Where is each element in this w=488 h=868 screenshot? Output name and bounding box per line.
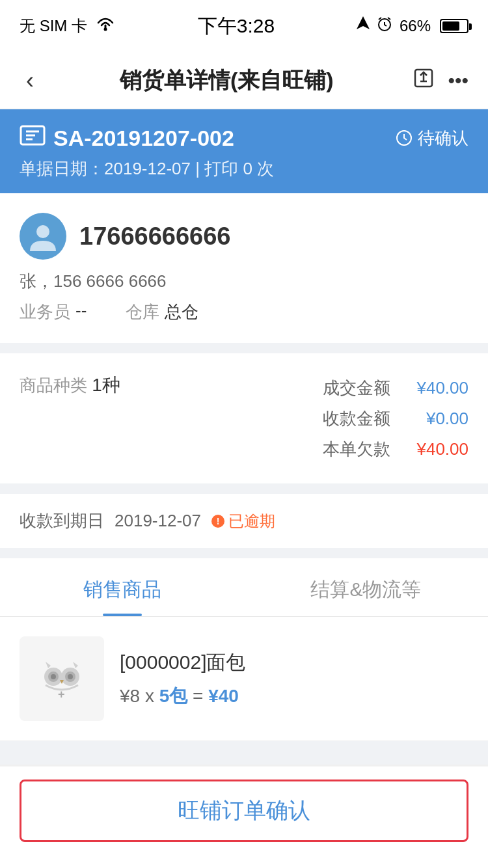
summary-right: 成交金额 ¥40.00 收款金额 ¥0.00 本单欠款 ¥40.00 bbox=[323, 373, 468, 464]
nav-bar: ‹ 销货单详情(来自旺铺) ••• bbox=[0, 52, 488, 109]
due-date-card: 收款到期日 2019-12-07 ! 已逾期 bbox=[0, 494, 488, 548]
product-quantity: 5包 bbox=[159, 686, 188, 706]
product-list: + [0000002]面包 ¥8 x 5包 = ¥40 bbox=[0, 617, 488, 741]
summary-left: 商品种类 1种 bbox=[20, 373, 120, 398]
overdue-icon: ! bbox=[211, 515, 224, 528]
share-button[interactable] bbox=[413, 67, 435, 94]
due-date-value: 2019-12-07 bbox=[115, 511, 201, 531]
wifi-icon bbox=[95, 16, 116, 36]
order-date-row: 单据日期：2019-12-07 | 打印 0 次 bbox=[20, 157, 468, 180]
page-title: 销货单详情(来自旺铺) bbox=[120, 66, 334, 96]
status-time: 下午3:28 bbox=[198, 13, 275, 40]
svg-point-0 bbox=[104, 28, 107, 31]
amount-row-2: 收款金额 ¥0.00 bbox=[323, 403, 468, 434]
table-row[interactable]: + [0000002]面包 ¥8 x 5包 = ¥40 bbox=[0, 617, 488, 741]
svg-point-10 bbox=[51, 674, 56, 679]
order-header: SA-20191207-002 待确认 单据日期：2019-12-07 | 打印… bbox=[0, 109, 488, 193]
amount-row-1: 成交金额 ¥40.00 bbox=[323, 373, 468, 403]
svg-text:+: + bbox=[58, 688, 65, 699]
tab-bar: 销售商品 结算&物流等 bbox=[0, 558, 488, 617]
customer-meta: 业务员 -- 仓库 总仓 bbox=[20, 301, 468, 323]
customer-phone[interactable]: 17666666666 bbox=[79, 223, 230, 251]
tab-products[interactable]: 销售商品 bbox=[0, 558, 244, 616]
product-logo: + bbox=[33, 654, 91, 704]
product-total: ¥40 bbox=[208, 686, 239, 706]
product-info: [0000002]面包 ¥8 x 5包 = ¥40 bbox=[120, 649, 468, 709]
svg-point-11 bbox=[68, 674, 73, 679]
more-button[interactable]: ••• bbox=[448, 70, 468, 92]
customer-detail: 张，156 6666 6666 bbox=[20, 270, 468, 293]
product-name: [0000002]面包 bbox=[120, 649, 468, 676]
order-icon bbox=[20, 125, 46, 151]
battery-icon bbox=[440, 19, 468, 33]
due-date-label: 收款到期日 bbox=[20, 509, 104, 532]
bottom-button-wrap: 旺铺订单确认 bbox=[0, 765, 488, 868]
summary-row: 商品种类 1种 成交金额 ¥40.00 收款金额 ¥0.00 本单欠款 ¥40.… bbox=[20, 373, 468, 464]
back-button[interactable]: ‹ bbox=[20, 61, 40, 101]
product-price: ¥8 x 5包 = ¥40 bbox=[120, 684, 468, 709]
tab-settlement[interactable]: 结算&物流等 bbox=[244, 558, 488, 616]
summary-card: 商品种类 1种 成交金额 ¥40.00 收款金额 ¥0.00 本单欠款 ¥40.… bbox=[0, 353, 488, 483]
warehouse: 仓库 总仓 bbox=[126, 301, 198, 323]
status-left: 无 SIM 卡 bbox=[20, 16, 116, 36]
sales-rep: 业务员 -- bbox=[20, 301, 87, 323]
nav-actions: ••• bbox=[413, 67, 468, 94]
tab-underline bbox=[103, 614, 142, 616]
order-id: SA-20191207-002 bbox=[20, 125, 234, 151]
battery-level: 66% bbox=[400, 17, 431, 35]
alarm-icon bbox=[376, 16, 393, 36]
customer-card: 17666666666 张，156 6666 6666 业务员 -- 仓库 总仓 bbox=[0, 193, 488, 343]
confirm-button[interactable]: 旺铺订单确认 bbox=[20, 780, 468, 842]
order-id-row: SA-20191207-002 待确认 bbox=[20, 125, 468, 151]
status-bar: 无 SIM 卡 下午3:28 66% bbox=[0, 0, 488, 52]
amount-row-3: 本单欠款 ¥40.00 bbox=[323, 434, 468, 465]
status-right: 66% bbox=[357, 16, 468, 36]
svg-point-5 bbox=[36, 225, 49, 238]
overdue-text: 已逾期 bbox=[228, 511, 275, 532]
product-thumbnail: + bbox=[20, 636, 104, 721]
overdue-badge: ! 已逾期 bbox=[211, 511, 275, 532]
carrier-label: 无 SIM 卡 bbox=[20, 16, 87, 36]
avatar bbox=[20, 213, 66, 260]
location-icon bbox=[357, 16, 370, 36]
customer-row: 17666666666 bbox=[20, 213, 468, 260]
order-status: 待确认 bbox=[396, 127, 468, 150]
